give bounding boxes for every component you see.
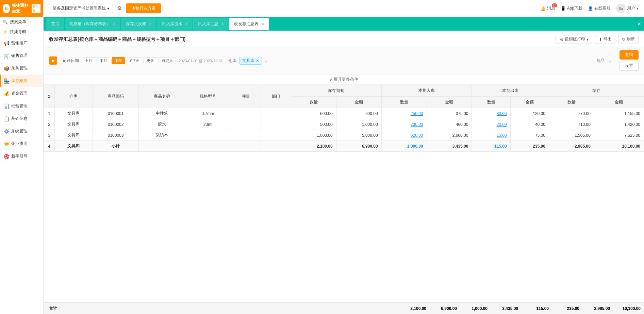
query-button[interactable]: 查询 <box>620 50 639 60</box>
row1-balance-qty: 770.00 <box>549 108 594 119</box>
col-outbound-qty-header: 数量 <box>472 97 510 108</box>
sidebar-quick-nav[interactable]: ⚡ 快捷导航 <box>0 27 43 37</box>
subtotal-row: 4 文具库 小计 2,100.00 6,900.00 1,000.00 3,43… <box>44 141 644 152</box>
row3-balance-amt: 7,525.00 <box>594 130 644 141</box>
refresh-button[interactable]: ↻ 刷新 <box>618 35 639 44</box>
tab-close-inout-summary[interactable]: ✕ <box>221 22 224 26</box>
col-goods-code-header: 商品编码 <box>93 85 138 108</box>
subtotal-balance-qty: 2,985.00 <box>549 141 594 152</box>
data-table: ⚙ 仓库 商品编码 商品名称 规格型号 项目 部门 库存期初 本期入库 本期出库… <box>44 85 644 152</box>
page-header-actions: 🖨 拨锁版打印 ▾ ⬇ 导出 ↻ 刷新 <box>556 35 639 44</box>
system-selector[interactable]: 装备及固定资产辅助管理系统 ▾ <box>49 4 113 13</box>
subtotal-outbound-amt: 235.00 <box>510 141 549 152</box>
sidebar-item-marketing[interactable]: 📢 营销推广 <box>0 37 43 49</box>
expand-bar: ∨ 展开更多条件 <box>44 75 644 85</box>
trial-button[interactable]: 体验行业方案 <box>126 3 161 13</box>
search-icon: 🔍 <box>3 20 8 24</box>
row3-warehouse: 文具库 <box>55 130 93 141</box>
date-btn-this-year[interactable]: 本年 <box>112 57 125 64</box>
tab-inout-flow[interactable]: 出入库流水 ✕ <box>157 18 193 30</box>
gear-icon[interactable]: ⚙ <box>117 5 122 12</box>
user-chevron-icon: ▾ <box>637 6 639 11</box>
subtotal-inbound-amt: 3,435.00 <box>427 141 472 152</box>
date-btn-7days[interactable]: 近7天 <box>127 57 142 64</box>
tab-inout-summary[interactable]: 出入库汇总 ✕ <box>193 18 229 30</box>
sidebar-item-system[interactable]: ⚙️ 系统管理 <box>0 125 43 137</box>
subtotal-inbound-qty[interactable]: 1,000.00 <box>381 141 427 152</box>
total-outbound-qty: 115.00 <box>522 306 552 311</box>
col-settings-header[interactable]: ⚙ <box>44 85 55 108</box>
tab-home[interactable]: 首页 <box>46 18 64 30</box>
phone-icon: 📱 <box>561 6 566 11</box>
service-icon: 👤 <box>588 6 593 11</box>
guide-icon: 🎯 <box>4 154 9 159</box>
sidebar-search[interactable]: 🔍 搜索菜单 <box>0 17 43 27</box>
tab-batch[interactable]: 库存批次账 ✕ <box>121 18 156 30</box>
tab-close-receive-dispatch[interactable]: ✕ <box>261 22 264 26</box>
sidebar-item-inventory[interactable]: 🏪 库存核算 <box>0 75 43 87</box>
quick-nav-icon: ⚡ <box>3 30 8 34</box>
table-row: 1 文具库 0100001 中性笔 0.7mm 600.00 900.00 25… <box>44 108 644 119</box>
sidebar-item-finance[interactable]: 💰 资金管理 <box>0 87 43 100</box>
sidebar-item-guide[interactable]: 🎯 新手引导 <box>0 150 43 163</box>
row2-opening-qty: 500.00 <box>291 119 336 130</box>
row3-balance-qty: 1,505.00 <box>549 130 594 141</box>
filter-toggle-button[interactable]: ▶ <box>49 56 57 65</box>
expand-conditions-button[interactable]: ∨ 展开更多条件 <box>329 77 358 82</box>
col-inbound-group-header: 本期入库 <box>381 85 472 97</box>
row2-inbound-qty[interactable]: 230.00 <box>381 119 427 130</box>
sidebar-item-collaboration[interactable]: 🤝 企业协同 <box>0 137 43 150</box>
subtotal-empty4 <box>261 141 291 152</box>
tab-close-current-stock[interactable]: ✕ <box>113 22 116 26</box>
sidebar-item-sales[interactable]: 🛒 销售管理 <box>0 49 43 62</box>
row2-opening-amt: 1,000.00 <box>336 119 381 130</box>
row1-balance-amt: 1,155.00 <box>594 108 644 119</box>
total-balance-amt: 10,100.00 <box>613 306 644 311</box>
col-balance-amt-header: 金额 <box>594 97 644 108</box>
settings-button[interactable]: 设置 <box>620 61 639 71</box>
row2-outbound-qty[interactable]: 20.00 <box>472 119 510 130</box>
print-button[interactable]: 🖨 拨锁版打印 ▾ <box>556 35 592 44</box>
tabbar: 首页 现存量（库存分布表） ✕ 库存批次账 ✕ 出入库流水 ✕ 出入库汇总 ✕ … <box>44 17 644 31</box>
col-balance-group-header: 结存 <box>549 85 644 97</box>
col-balance-qty-header: 数量 <box>549 97 594 108</box>
row1-opening-amt: 900.00 <box>336 108 381 119</box>
sidebar-item-purchase[interactable]: 📦 采购管理 <box>0 62 43 75</box>
tab-receive-dispatch[interactable]: 收发存汇总表 ✕ <box>229 18 269 30</box>
chevron-down-icon: ▾ <box>107 6 109 11</box>
tab-close-inout-flow[interactable]: ✕ <box>185 22 188 26</box>
date-btn-this-month[interactable]: 本月 <box>97 57 110 64</box>
topbar-actions: 🔔 消息 6 📱 App下载 👤 在线客服 Ea 用户 ▾ <box>541 4 639 13</box>
warehouse-more[interactable]: … <box>265 58 269 63</box>
table-container: ⚙ 仓库 商品编码 商品名称 规格型号 项目 部门 库存期初 本期入库 本期出库… <box>44 85 644 302</box>
row3-inbound-qty[interactable]: 520.00 <box>381 130 427 141</box>
col-outbound-amt-header: 金额 <box>510 97 549 108</box>
tab-current-stock[interactable]: 现存量（库存分布表） ✕ <box>65 18 120 30</box>
basic-info-icon: 📋 <box>4 116 9 121</box>
online-service-button[interactable]: 👤 在线客服 <box>588 5 611 11</box>
total-opening-amt: 6,900.00 <box>430 306 460 311</box>
tab-close-all-icon[interactable]: ✕ <box>637 21 641 27</box>
notification-button[interactable]: 🔔 消息 6 <box>541 5 555 11</box>
date-btn-last-month[interactable]: 上月 <box>82 57 95 64</box>
warehouse-tag-close[interactable]: ✕ <box>256 59 259 63</box>
row1-inbound-qty[interactable]: 250.00 <box>381 108 427 119</box>
subtotal-label: 小计 <box>93 141 138 152</box>
sidebar-item-basic-info[interactable]: 📋 基础信息 <box>0 112 43 125</box>
user-menu[interactable]: Ea 用户 ▾ <box>616 4 639 13</box>
subtotal-outbound-qty[interactable]: 115.00 <box>472 141 510 152</box>
tab-close-batch[interactable]: ✕ <box>149 22 152 26</box>
row3-inbound-amt: 2,600.00 <box>427 130 472 141</box>
export-button[interactable]: ⬇ 导出 <box>595 35 615 44</box>
sidebar-item-operations[interactable]: 📊 经营管理 <box>0 100 43 112</box>
total-balance-qty: 2,985.00 <box>583 306 613 311</box>
date-btn-custom[interactable]: 自定义 <box>159 57 176 64</box>
row1-outbound-qty[interactable]: 80.00 <box>472 108 510 119</box>
date-btn-more[interactable]: 更多 <box>144 57 157 64</box>
goods-more[interactable]: … <box>607 58 611 63</box>
row3-outbound-qty[interactable]: 15.00 <box>472 130 510 141</box>
app-download-button[interactable]: 📱 App下载 <box>561 5 582 11</box>
row3-opening-qty: 1,000.00 <box>291 130 336 141</box>
date-range-display: 2023-01-01 至 2023-12-31 <box>179 59 223 64</box>
row2-balance-amt: 1,420.00 <box>594 119 644 130</box>
